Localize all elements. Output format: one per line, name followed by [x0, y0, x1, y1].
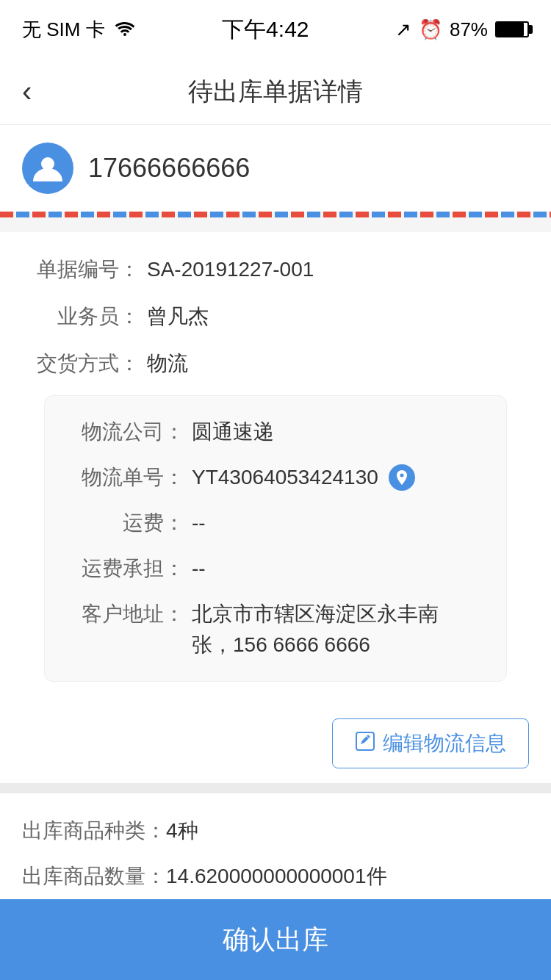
freight-bear-value: --: [192, 553, 484, 584]
logistics-company-row: 物流公司： 圆通速递: [67, 417, 484, 447]
nav-bar: ‹ 待出库单据详情: [0, 59, 551, 125]
order-number-label: 单据编号：: [22, 254, 140, 285]
address-value: 北京市市辖区海淀区永丰南 张，156 6666 6666: [192, 599, 484, 660]
tracking-value-container: YT43064053424130: [192, 462, 484, 493]
product-quantity-label: 出库商品数量：: [22, 861, 166, 892]
product-quantity-value: 14.620000000000001件: [166, 861, 387, 892]
alarm-icon: ⏰: [419, 18, 442, 41]
address-label: 客户地址：: [67, 599, 184, 630]
confirm-button-bar[interactable]: 确认出库: [0, 899, 551, 980]
tracking-row: 物流单号： YT43064053424130: [67, 462, 484, 493]
logistics-company-label: 物流公司：: [67, 417, 184, 447]
delivery-value: 物流: [147, 348, 529, 379]
content: 17666666666 单据编号： SA-20191227-001 业务员： 曾…: [0, 125, 551, 980]
status-time: 下午4:42: [222, 15, 309, 45]
freight-bear-row: 运费承担： --: [67, 553, 484, 584]
order-info-section: 单据编号： SA-20191227-001 业务员： 曾凡杰 交货方式： 物流 …: [0, 232, 551, 704]
product-section: 出库商品种类： 4种 出库商品数量： 14.620000000000001件: [0, 793, 551, 914]
status-right: ↗ ⏰ 87%: [395, 18, 529, 41]
freight-row: 运费： --: [67, 508, 484, 538]
product-types-label: 出库商品种类：: [22, 815, 166, 846]
battery-percent: 87%: [450, 18, 488, 41]
tracking-label: 物流单号：: [67, 462, 184, 493]
person-icon: [32, 152, 64, 184]
salesman-label: 业务员：: [22, 301, 140, 332]
logistics-card: 物流公司： 圆通速递 物流单号： YT43064053424130 运费： --: [44, 395, 507, 682]
edit-btn-container: 编辑物流信息: [0, 704, 551, 783]
edit-logistics-button[interactable]: 编辑物流信息: [332, 718, 529, 768]
freight-value: --: [192, 508, 484, 538]
edit-logistics-label: 编辑物流信息: [383, 729, 506, 757]
delivery-row: 交货方式： 物流: [22, 348, 529, 379]
freight-label: 运费：: [67, 508, 184, 538]
product-quantity-row: 出库商品数量： 14.620000000000001件: [22, 861, 529, 892]
freight-bear-label: 运费承担：: [67, 553, 184, 584]
customer-card: 17666666666: [0, 125, 551, 212]
avatar: [22, 143, 73, 194]
page-title: 待出库单据详情: [188, 75, 363, 109]
wifi-icon: [114, 18, 136, 41]
product-types-value: 4种: [166, 815, 198, 846]
product-types-row: 出库商品种类： 4种: [22, 815, 529, 846]
logistics-company-value: 圆通速递: [192, 417, 484, 447]
tracking-number: YT43064053424130: [192, 462, 378, 493]
status-left: 无 SIM 卡: [22, 17, 136, 43]
confirm-button-label: 确认出库: [223, 922, 328, 958]
status-bar: 无 SIM 卡 下午4:42 ↗ ⏰ 87%: [0, 0, 551, 59]
address-row: 客户地址： 北京市市辖区海淀区永丰南 张，156 6666 6666: [67, 599, 484, 660]
carrier-text: 无 SIM 卡: [22, 17, 105, 43]
edit-icon: [355, 731, 375, 757]
order-number-value: SA-20191227-001: [147, 254, 529, 285]
salesman-value: 曾凡杰: [147, 301, 529, 332]
back-button[interactable]: ‹: [22, 75, 32, 108]
delivery-label: 交货方式：: [22, 348, 140, 379]
map-location-icon[interactable]: [389, 464, 415, 491]
salesman-row: 业务员： 曾凡杰: [22, 301, 529, 332]
battery-icon: [495, 21, 529, 37]
dashed-decoration: [0, 212, 551, 217]
location-service-icon: ↗: [395, 18, 411, 41]
section-divider: [0, 783, 551, 793]
order-number-row: 单据编号： SA-20191227-001: [22, 254, 529, 285]
customer-phone: 17666666666: [88, 153, 250, 184]
